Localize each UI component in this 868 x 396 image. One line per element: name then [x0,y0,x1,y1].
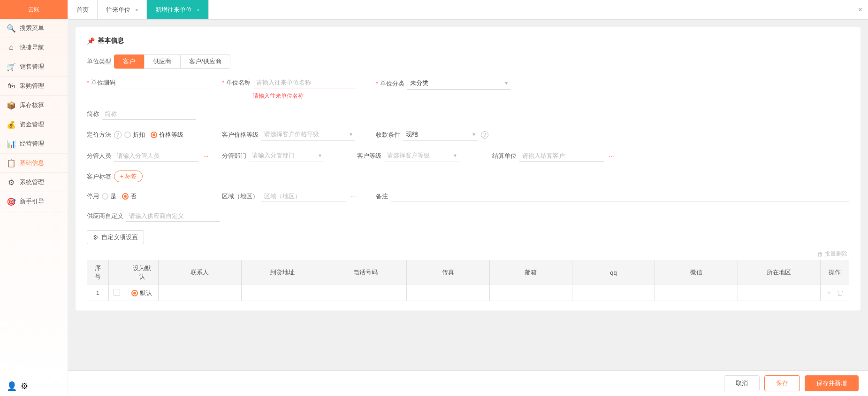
add-tag-btn[interactable]: + 标签 [114,171,143,182]
tab-home-label: 首页 [76,6,89,14]
sidebar-item-operations[interactable]: 📊 经营管理 [0,134,68,154]
sidebar-item-system[interactable]: ⚙ 系统管理 [0,173,68,192]
tab-new-contact[interactable]: 新增往来单位 × [147,0,208,19]
row-address[interactable] [241,285,324,301]
settlement-input[interactable] [519,150,604,162]
supplier-custom-row: 供应商自定义 [87,210,849,222]
sidebar-item-label: 快捷导航 [20,43,44,52]
row-contact[interactable] [159,285,241,301]
row-phone[interactable] [324,285,406,301]
supplier-custom-label: 供应商自定义 [87,212,123,220]
sidebar-item-search[interactable]: 🔍 搜索菜单 [0,19,68,38]
pricing-radio-level[interactable]: 价格等级 [151,131,183,139]
unit-category-field: 单位分类 未分类 ▾ [376,77,510,90]
table-row: 1 默认 [87,285,849,301]
region-input[interactable] [261,191,346,202]
row-email[interactable] [489,285,572,301]
supplier-custom-input[interactable] [126,210,220,222]
tab-contacts-close[interactable]: × [135,7,138,13]
delete-row-icon[interactable]: 🗑 [837,289,844,297]
short-name-input[interactable] [102,109,196,120]
add-row-icon[interactable]: ＋ [825,288,833,298]
supplier-custom-field: 供应商自定义 [87,210,220,222]
trash-icon: 🗑 [817,251,823,257]
batch-delete-btn[interactable]: 🗑 批量删除 [817,250,847,258]
sidebar-item-label: 库存核算 [20,101,44,109]
disabled-yes[interactable]: 是 [102,192,116,201]
pricing-method-label: 定价方法 [87,131,111,139]
row-wechat-input[interactable] [660,289,732,296]
disabled-no-label: 否 [130,192,137,201]
custom-settings-btn[interactable]: ⚙ 自定义项设置 [87,230,144,244]
tab-new-contact-label: 新增往来单位 [155,6,192,14]
manager-more-btn[interactable]: ··· [201,152,211,160]
row-address-input[interactable] [246,289,319,296]
department-placeholder: 请输入分管部门 [252,151,317,160]
row-actions: ＋ 🗑 [820,285,849,301]
row-checkbox[interactable] [114,289,120,295]
row-contact-input[interactable] [163,289,236,296]
pricing-discount-label: 折扣 [133,131,145,139]
unit-name-input[interactable] [253,77,357,88]
sidebar-item-sales[interactable]: 🛒 销售管理 [0,57,68,77]
payment-terms-select[interactable]: 现结 ▾ [403,128,478,141]
operations-icon: 📊 [7,139,16,148]
region-more-btn[interactable]: ··· [349,193,358,200]
unit-category-label: 单位分类 [376,79,404,88]
save-new-button[interactable]: 保存并新增 [805,375,859,391]
save-button[interactable]: 保存 [764,375,800,391]
settlement-more-btn[interactable]: ··· [607,152,616,160]
sidebar-item-finance[interactable]: 💰 资金管理 [0,115,68,134]
customer-level-label: 客户等级 [357,152,381,160]
department-select[interactable]: 请输入分管部门 ▾ [249,149,324,162]
manager-input[interactable] [114,150,198,162]
row-fax-input[interactable] [411,289,484,296]
unit-type-customer[interactable]: 客户 [114,54,144,69]
sidebar-item-purchase[interactable]: 🛍 采购管理 [0,77,68,96]
row-qq[interactable] [572,285,655,301]
tab-close-all[interactable]: × [853,0,868,19]
settlement-label: 结算单位 [492,152,517,160]
guide-icon: 🎯 [7,197,16,206]
unit-category-select[interactable]: 未分类 ▾ [407,77,510,90]
row-default-radio[interactable]: 默认 [130,289,153,297]
row-email-input[interactable] [495,289,567,296]
disabled-no[interactable]: 否 [122,192,137,201]
sidebar-item-basic-info[interactable]: 📋 基础信息 [0,154,68,173]
tab-contacts[interactable]: 往来单位 × [98,0,147,19]
unit-type-both[interactable]: 客户/供应商 [180,54,230,69]
row-phone-input[interactable] [329,289,402,296]
disabled-yes-circle [102,193,108,200]
tab-new-contact-close[interactable]: × [197,7,199,13]
customer-level-select[interactable]: 请选择客户等级 ▾ [384,149,459,162]
customer-price-select[interactable]: 请选择客户价格等级 ▾ [261,128,355,141]
department-field: 分管部门 请输入分管部门 ▾ [222,149,353,162]
unit-code-input[interactable]: 000009 [118,77,212,88]
search-icon: 🔍 [7,23,16,33]
tab-home[interactable]: 首页 [68,0,98,19]
sidebar-item-inventory[interactable]: 📦 库存核算 [0,96,68,115]
row-qq-input[interactable] [577,289,650,296]
pricing-help-icon[interactable]: ? [114,131,122,139]
row-wechat[interactable] [655,285,738,301]
unit-type-supplier[interactable]: 供应商 [144,54,180,69]
row-region-input[interactable] [743,289,815,296]
sidebar-item-guide[interactable]: 🎯 新手引导 [0,192,68,211]
unit-name-error: 请输入往来单位名称 [253,92,304,100]
payment-help-icon[interactable]: ? [481,131,488,139]
customer-price-field: 客户价格等级 请选择客户价格等级 ▾ [222,128,372,141]
footer: 取消 保存 保存并新增 [68,370,868,396]
main-area: 首页 往来单位 × 新增往来单位 × × 📌 基本信息 单位类型 客户 [68,0,868,396]
settings-icon[interactable]: ⚙ [21,381,28,391]
sidebar-item-quick-nav[interactable]: ⌂ 快捷导航 [0,38,68,57]
payment-terms-value: 现结 [406,130,471,139]
row-fax[interactable] [407,285,489,301]
col-region: 所在地区 [738,260,820,285]
manager-field: 分管人员 ··· [87,150,218,162]
pricing-radio-discount[interactable]: 折扣 [124,131,145,139]
remarks-input[interactable] [391,191,849,202]
row-region[interactable] [738,285,820,301]
sidebar-logo: 云账 [0,0,68,19]
cancel-button[interactable]: 取消 [724,375,760,391]
tags-field: 客户标签 + 标签 [87,171,143,182]
